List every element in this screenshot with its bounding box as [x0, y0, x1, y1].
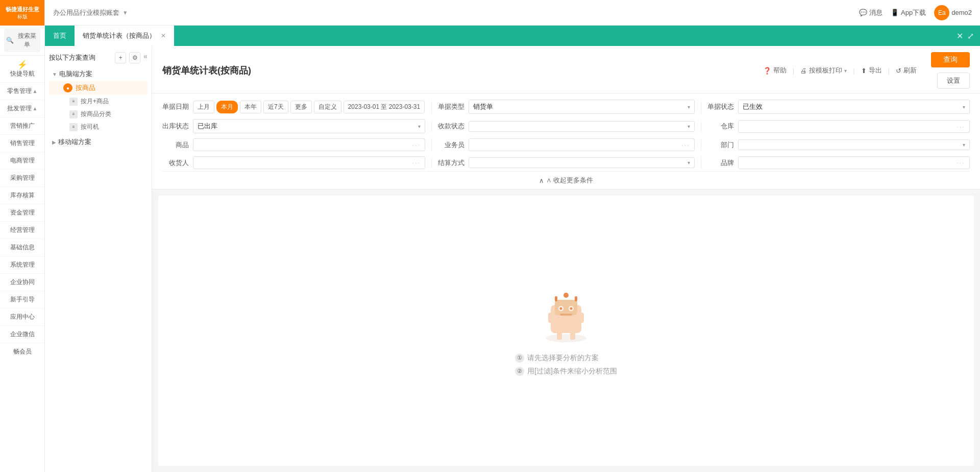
- sidebar-item-ecommerce[interactable]: 电商管理: [0, 152, 44, 170]
- sidebar-item-basic-info[interactable]: 基础信息: [0, 239, 44, 256]
- receipt-status-select[interactable]: ▾: [469, 121, 694, 132]
- scheme-active-icon: ●: [63, 83, 72, 92]
- scheme-sub-item-by-category[interactable]: ≡ 按商品分类: [49, 108, 148, 121]
- help-button[interactable]: ❓ 帮助: [763, 66, 787, 75]
- out-status-arrow-icon: ▾: [418, 124, 421, 129]
- query-button[interactable]: 查询: [931, 52, 970, 67]
- right-panel: 销货单统计表(按商品) ❓ 帮助 | 🖨 按模板打印 ▾ | ⬆: [152, 46, 980, 472]
- out-status-select[interactable]: 已出库 ▾: [193, 119, 425, 133]
- doc-status-select[interactable]: 已生效 ▾: [738, 100, 970, 114]
- add-scheme-button[interactable]: +: [115, 52, 126, 63]
- this-year-button[interactable]: 本年: [240, 101, 261, 113]
- print-dropdown-icon: ▾: [844, 68, 847, 74]
- sidebar-item-purchase[interactable]: 采购管理: [0, 170, 44, 187]
- more-button[interactable]: 更多: [290, 101, 312, 113]
- warehouse-cell: 仓库 ···: [701, 120, 970, 133]
- refresh-button[interactable]: ↺ 刷新: [896, 66, 917, 75]
- scheme-item-by-product[interactable]: ● 按商品: [49, 81, 148, 95]
- sidebar-item-sales[interactable]: 销售管理: [0, 135, 44, 152]
- quick-nav-item[interactable]: ⚡ 快捷导航: [0, 56, 44, 83]
- add-icon: +: [119, 54, 122, 61]
- user-menu[interactable]: Ea demo2: [934, 5, 972, 20]
- sales-label: 销售管理: [10, 139, 35, 147]
- tab-home[interactable]: 首页: [45, 26, 75, 46]
- warehouse-label: 仓库: [707, 122, 738, 131]
- scheme-sub-item-by-month-product[interactable]: ≡ 按月+商品: [49, 95, 148, 108]
- sidebar-item-corp-wechat[interactable]: 企业微信: [0, 326, 44, 343]
- doc-status-cell: 单据状态 已生效 ▾: [701, 100, 970, 114]
- product-label: 商品: [162, 140, 193, 150]
- last-month-button[interactable]: 上月: [193, 101, 214, 113]
- sidebar-item-retail[interactable]: 零售管理 ▲: [0, 83, 44, 100]
- settings-scheme-button[interactable]: ⚙: [129, 52, 140, 63]
- consignee-input[interactable]: ···: [193, 156, 425, 169]
- user-avatar: Ea: [934, 5, 949, 20]
- sidebar-item-corp-collab[interactable]: 企业协同: [0, 274, 44, 291]
- tip-text-2: 用[过滤]条件来缩小分析范围: [527, 367, 617, 376]
- settings-icon: ⚙: [132, 54, 138, 61]
- out-status-cell: 出库状态 已出库 ▾: [162, 119, 431, 133]
- scheme-by-cashier-label: 按司机: [81, 123, 99, 131]
- collapse-icon-up: ∧: [539, 177, 544, 184]
- last-7-days-button[interactable]: 近7天: [263, 101, 288, 113]
- sidebar-item-operations[interactable]: 经营管理: [0, 222, 44, 239]
- tab-close-icon[interactable]: ✕: [161, 32, 166, 39]
- sidebar-item-app-center[interactable]: 应用中心: [0, 309, 44, 326]
- custom-button[interactable]: 自定义: [314, 101, 341, 113]
- brand-input[interactable]: ···: [738, 156, 970, 169]
- tab-window-buttons: ✕ ⤢: [957, 31, 980, 41]
- message-button[interactable]: 💬 消息: [859, 8, 883, 17]
- settle-method-select[interactable]: ▾: [469, 157, 694, 168]
- pc-scheme-group-label: 电脑端方案: [59, 69, 92, 79]
- pc-scheme-group-header[interactable]: ▼ 电脑端方案: [49, 67, 148, 81]
- brand-dots: ···: [957, 159, 965, 167]
- search-menu-button[interactable]: 🔍 搜索菜单: [4, 29, 40, 52]
- product-input[interactable]: ···: [193, 138, 425, 151]
- settle-method-arrow-icon: ▾: [688, 160, 690, 166]
- brand-cell: 品牌 ···: [701, 156, 970, 169]
- receipt-status-arrow-icon: ▾: [688, 124, 690, 129]
- warehouse-input[interactable]: ···: [738, 120, 970, 133]
- left-panel-header: 按以下方案查询 + ⚙ «: [49, 52, 148, 63]
- tab-sales-stats[interactable]: 销货单统计表（按商品） ✕: [75, 26, 174, 46]
- settings-button[interactable]: 设置: [937, 73, 970, 89]
- app-download-button[interactable]: 📱 App下载: [891, 8, 926, 17]
- sidebar-search[interactable]: 🔍 搜索菜单: [0, 26, 44, 56]
- doc-type-select[interactable]: 销货单 ▾: [469, 100, 694, 114]
- export-button[interactable]: ⬆ 导出: [861, 66, 882, 75]
- sidebar-item-marketing[interactable]: 营销推广: [0, 117, 44, 135]
- out-status-value: 已出库: [198, 122, 416, 131]
- inventory-label: 库存核算: [10, 192, 35, 199]
- dept-select[interactable]: ▾: [738, 139, 970, 150]
- receipt-status-label: 收款状态: [438, 122, 469, 131]
- sidebar-item-vip[interactable]: 畅会员: [0, 343, 44, 360]
- quick-nav-label: 快捷导航: [3, 69, 41, 78]
- salesperson-input[interactable]: ···: [469, 138, 694, 151]
- sidebar-item-inventory[interactable]: 库存核算: [0, 187, 44, 204]
- app-download-label: App下载: [901, 8, 926, 17]
- collapse-more-button[interactable]: ∧ ∧ 收起更多条件: [162, 171, 970, 189]
- mobile-scheme-group-header[interactable]: ▶ 移动端方案: [49, 135, 148, 149]
- sidebar-item-system[interactable]: 系统管理: [0, 256, 44, 274]
- out-status-label: 出库状态: [162, 122, 193, 131]
- scheme-sub-item-by-cashier[interactable]: ≡ 按司机: [49, 121, 148, 133]
- sidebar-item-wholesale[interactable]: 批发管理 ▲: [0, 100, 44, 117]
- salesperson-label: 业务员: [438, 140, 469, 150]
- doc-status-label: 单据状态: [707, 102, 738, 111]
- logo-text: 畅捷通好生意: [6, 6, 39, 12]
- template-print-button[interactable]: 🖨 按模板打印 ▾: [800, 66, 847, 75]
- app-logo[interactable]: 畅捷通好生意 标版: [0, 0, 44, 26]
- sidebar-item-new-guide[interactable]: 新手引导: [0, 291, 44, 309]
- expand-arrow-icon: ▼: [52, 72, 57, 77]
- tab-maximize-button[interactable]: ⤢: [967, 31, 974, 41]
- this-month-button[interactable]: 本月: [216, 101, 238, 113]
- breadcrumb-dropdown-icon[interactable]: ▾: [124, 9, 127, 16]
- consignee-dots: ···: [412, 159, 421, 167]
- tab-sales-stats-label: 销货单统计表（按商品）: [83, 31, 156, 40]
- date-range-input[interactable]: 2023-03-01 至 2023-03-31: [344, 101, 425, 113]
- sidebar-item-finance[interactable]: 资金管理: [0, 204, 44, 222]
- collapse-panel-button[interactable]: «: [143, 52, 148, 63]
- scheme-by-category-label: 按商品分类: [81, 110, 111, 119]
- tab-close-window-button[interactable]: ✕: [957, 31, 963, 41]
- empty-state: ① 请先选择要分析的方案 ② 用[过滤]条件来缩小分析范围: [158, 196, 974, 466]
